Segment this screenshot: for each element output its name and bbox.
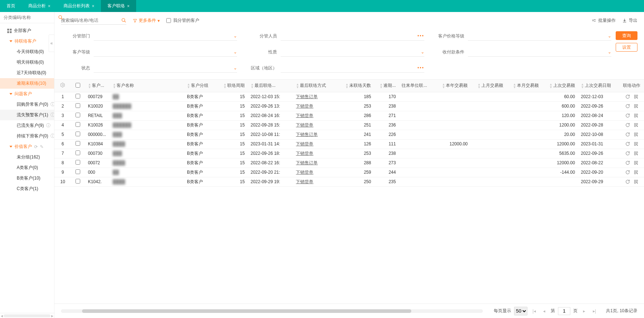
row-checkbox[interactable] (76, 94, 80, 98)
table-row[interactable]: 5 000000... ███ B类客户 15 2022-10-08 11: 下… (54, 130, 644, 139)
qr-icon[interactable] (634, 141, 638, 146)
page-input[interactable] (558, 307, 570, 315)
table-row[interactable]: 7 000730 ███ B类客户 15 2022-09-26 18: 下销货单… (54, 149, 644, 158)
help-icon[interactable]: ⓘ (50, 133, 54, 139)
col-year[interactable]: ▲▼本年交易额 (434, 80, 470, 92)
col-code[interactable]: ▲▼客户... (85, 80, 110, 92)
page-size-select[interactable]: 50 (514, 307, 527, 315)
edit-icon[interactable]: ✎ (40, 144, 44, 149)
last-contact-link[interactable]: 下销售订单 (296, 160, 318, 165)
filter-region[interactable]: 区域（地区）••• (248, 63, 424, 73)
first-page-button[interactable]: |◂ (530, 307, 538, 315)
table-row[interactable]: 4 K10026 ██████ B类客户 15 2022-09-28 15: 下… (54, 120, 644, 130)
qr-icon[interactable] (634, 160, 638, 165)
filter-pay-cond[interactable]: 收付款条件⌄ (435, 47, 611, 57)
qr-icon[interactable] (634, 151, 638, 156)
filter-nature[interactable]: 性质⌄ (248, 47, 424, 57)
qr-icon[interactable] (634, 132, 638, 137)
top-tab[interactable]: 首页 (0, 0, 22, 12)
qr-icon[interactable] (634, 179, 638, 184)
tree-item[interactable]: 近7天待联络(0) (0, 68, 54, 78)
qr-icon[interactable] (634, 104, 638, 109)
wechat-icon[interactable] (625, 94, 630, 99)
table-row[interactable]: 9 000 ██ B类客户 15 2022-09-20 21: 下销货单 259… (54, 168, 644, 177)
row-checkbox[interactable] (76, 160, 80, 165)
row-checkbox[interactable] (76, 179, 80, 184)
qr-icon[interactable] (634, 122, 638, 128)
filter-price-level[interactable]: 客户价格等级⌄ (435, 31, 611, 41)
search-icon[interactable] (58, 15, 63, 20)
refresh-icon[interactable]: ⟳ (34, 144, 38, 149)
qr-icon[interactable] (634, 113, 638, 118)
batch-action-button[interactable]: 批量操作 (592, 17, 616, 24)
tree-item[interactable]: A类客户(0) (0, 162, 54, 173)
top-tab[interactable]: 客户联络× (101, 0, 136, 12)
export-button[interactable]: 导出 (622, 17, 637, 24)
qr-icon[interactable] (634, 170, 638, 175)
tree-item[interactable]: B类客户(10) (0, 173, 54, 184)
wechat-icon[interactable] (625, 170, 630, 175)
collapse-sidebar-button[interactable]: « (49, 35, 54, 52)
tree-item[interactable]: 逾期未联络(10) (0, 78, 54, 89)
sidebar-search-input[interactable] (4, 15, 58, 20)
tree-item[interactable]: 流失预警客户(1) ⓘ (0, 110, 54, 120)
col-nocontact[interactable]: ▲▼未联络天数 (338, 80, 374, 92)
main-search-input[interactable] (61, 16, 121, 24)
filter-cust-level[interactable]: 客户等级⌄ (61, 47, 237, 57)
last-contact-link[interactable]: 下销货单 (296, 141, 313, 146)
wechat-icon[interactable] (625, 160, 630, 165)
row-checkbox[interactable] (76, 150, 80, 155)
tree-group[interactable]: 价值客户 ⟳ ✎ (0, 141, 54, 152)
last-contact-link[interactable]: 下销货单 (296, 170, 313, 175)
close-icon[interactable]: × (48, 4, 50, 9)
settings-button[interactable]: 设置 (616, 43, 637, 52)
wechat-icon[interactable] (625, 151, 630, 156)
select-all-checkbox[interactable] (76, 83, 80, 88)
tree-item[interactable]: C类客户(1) (0, 184, 54, 194)
row-checkbox[interactable] (76, 132, 80, 136)
table-row[interactable]: 8 00072 ████ B类客户 15 2022-08-22 16: 下销售订… (54, 158, 644, 168)
wechat-icon[interactable] (625, 113, 630, 118)
help-icon[interactable]: ⓘ (50, 112, 54, 118)
col-name[interactable]: ▲▼客户名称 (110, 80, 184, 92)
last-contact-link[interactable]: 下销售订单 (296, 94, 318, 99)
row-checkbox[interactable] (76, 141, 80, 146)
table-row[interactable]: 1 000729 ██ B类客户 15 2022-12-03 15: 下销售订单… (54, 92, 644, 101)
last-contact-link[interactable]: 下销货单 (296, 151, 313, 156)
wechat-icon[interactable] (625, 122, 630, 128)
more-filters-button[interactable]: 更多条件 ▾ (133, 17, 160, 24)
col-thism[interactable]: ▲▼本月交易额 (506, 80, 542, 92)
tree-item[interactable]: 已流失客户(9) ⓘ (0, 120, 54, 131)
wechat-icon[interactable] (625, 104, 630, 109)
col-overdue[interactable]: ▲▼逾期... (374, 80, 399, 92)
tree-item[interactable]: 今天待联络(0) (0, 47, 54, 57)
tree-root[interactable]: 全部客户 (0, 25, 54, 36)
filter-status[interactable]: 状态⌄ (61, 63, 237, 73)
last-contact-link[interactable]: 下销售订单 (296, 132, 318, 137)
help-icon[interactable]: ⓘ (46, 122, 50, 129)
table-row[interactable]: 10 K1042. ████ B类客户 15 2022-09-29 19: 下销… (54, 177, 644, 186)
col-lastway[interactable]: ▲▼最后联络方式 (293, 80, 338, 92)
row-checkbox[interactable] (76, 122, 80, 127)
wechat-icon[interactable] (625, 132, 630, 137)
col-lasttime[interactable]: ▲▼最后联络... (248, 80, 293, 92)
my-customers-checkbox-input[interactable] (166, 18, 171, 23)
wechat-icon[interactable] (625, 141, 630, 146)
col-lastdate[interactable]: ▲▼上次交易日期 (578, 80, 619, 92)
close-icon[interactable]: × (127, 4, 130, 9)
table-row[interactable]: 3 RETAIL ███ B类客户 15 2022-08-24 16: 下销货单… (54, 111, 644, 120)
prev-page-button[interactable]: ◂ (541, 307, 548, 315)
col-lastm[interactable]: ▲▼上月交易额 (470, 80, 506, 92)
tree-item[interactable]: 未分组(162) (0, 152, 54, 162)
filter-dept[interactable]: 分管部门⌄ (61, 31, 237, 41)
top-tab[interactable]: 商品分析列表× (57, 0, 101, 12)
last-contact-link[interactable]: 下销货单 (296, 179, 313, 184)
row-checkbox[interactable] (76, 113, 80, 117)
gear-icon[interactable] (60, 82, 65, 88)
qr-icon[interactable] (634, 94, 638, 99)
tree-group[interactable]: 待联络客户 (0, 36, 54, 47)
tree-item[interactable]: 回购异常客户(0) ⓘ (0, 99, 54, 110)
col-cycle[interactable]: ▲▼联络周期 (217, 80, 248, 92)
col-group[interactable]: ▲▼客户分组 (184, 80, 217, 92)
last-contact-link[interactable]: 下销货单 (296, 122, 313, 128)
